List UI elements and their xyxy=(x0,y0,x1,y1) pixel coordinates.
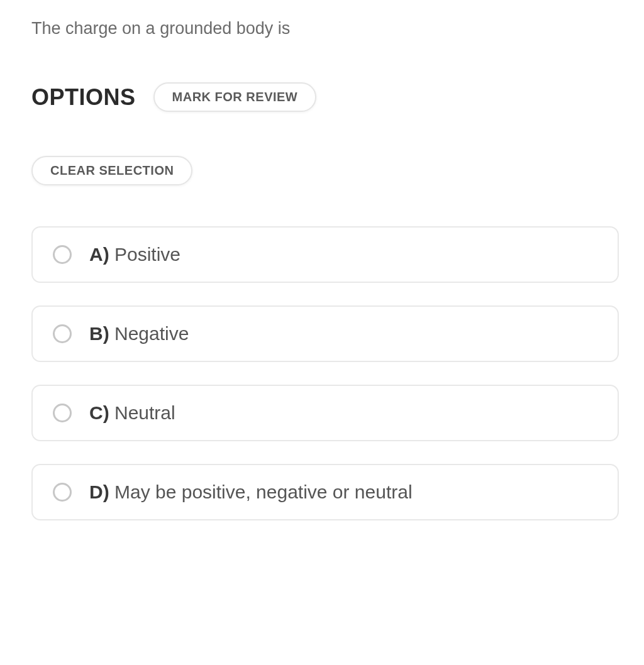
option-b[interactable]: B) Negative xyxy=(31,305,619,362)
option-text-value: Positive xyxy=(114,244,180,265)
option-text-value: May be positive, negative or neutral xyxy=(114,481,413,502)
option-text-value: Neutral xyxy=(114,402,175,423)
option-label: B) Negative xyxy=(89,323,189,344)
option-label: D) May be positive, negative or neutral xyxy=(89,481,413,503)
option-a[interactable]: A) Positive xyxy=(31,226,619,283)
options-heading: OPTIONS xyxy=(31,84,136,111)
option-letter: C) xyxy=(89,402,109,423)
radio-icon xyxy=(53,324,72,343)
radio-icon xyxy=(53,245,72,264)
clear-selection-button[interactable]: CLEAR SELECTION xyxy=(31,156,192,185)
option-letter: B) xyxy=(89,323,109,344)
option-letter: A) xyxy=(89,244,109,265)
radio-icon xyxy=(53,483,72,502)
options-header-row: OPTIONS MARK FOR REVIEW xyxy=(31,82,619,112)
option-text-value: Negative xyxy=(114,323,189,344)
mark-for-review-button[interactable]: MARK FOR REVIEW xyxy=(153,82,317,112)
option-label: A) Positive xyxy=(89,244,180,265)
option-letter: D) xyxy=(89,481,109,502)
option-d[interactable]: D) May be positive, negative or neutral xyxy=(31,464,619,520)
question-text: The charge on a grounded body is xyxy=(31,19,619,38)
radio-icon xyxy=(53,404,72,422)
option-c[interactable]: C) Neutral xyxy=(31,385,619,441)
option-label: C) Neutral xyxy=(89,402,175,424)
